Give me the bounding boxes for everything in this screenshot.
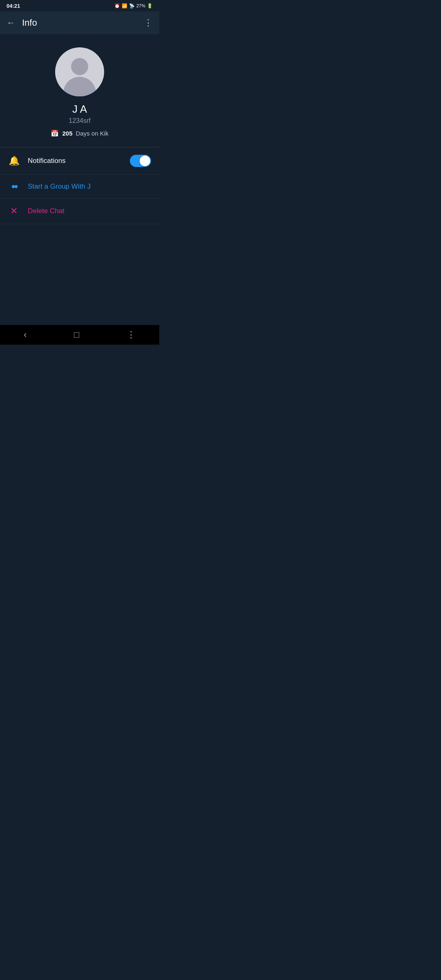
profile-section: J A 1234srf 📅 205 Days on Kik [0, 34, 159, 147]
app-bar-left: ← Info [7, 18, 37, 28]
avatar-person [55, 58, 104, 96]
bell-icon: 🔔 [8, 156, 20, 166]
profile-name: J A [72, 103, 87, 116]
group-icon: ●● [8, 182, 20, 191]
wifi-icon: 📶 [122, 3, 127, 9]
avatar-head [71, 58, 88, 75]
days-label: Days on Kik [76, 130, 108, 137]
avatar [55, 47, 104, 96]
notifications-item[interactable]: 🔔 Notifications [0, 147, 159, 175]
notifications-label: Notifications [28, 157, 122, 165]
status-icons: ⏰ 📶 📡 27% 🔋 [114, 3, 153, 9]
calendar-icon: 📅 [51, 129, 59, 137]
days-badge: 📅 205 Days on Kik [51, 129, 108, 137]
status-bar: 04:21 ⏰ 📶 📡 27% 🔋 [0, 0, 159, 11]
nav-bar: ‹ □ ⋮ [0, 325, 159, 345]
delete-chat-label: Delete Chat [28, 207, 151, 215]
nav-home-button[interactable]: □ [64, 326, 89, 343]
profile-username: 1234srf [69, 117, 90, 125]
toggle-knob [140, 156, 150, 166]
signal-icon: 📡 [129, 3, 135, 9]
alarm-icon: ⏰ [114, 3, 120, 9]
back-button[interactable]: ← [7, 18, 16, 28]
delete-chat-item[interactable]: ✕ Delete Chat [0, 198, 159, 224]
battery-text: 27% [136, 3, 145, 8]
nav-recents-button[interactable]: ⋮ [117, 326, 145, 343]
more-options-button[interactable]: ⋮ [144, 18, 153, 28]
page-title: Info [22, 18, 37, 28]
start-group-item[interactable]: ●● Start a Group With J [0, 175, 159, 198]
status-time: 04:21 [7, 3, 20, 9]
start-group-label: Start a Group With J [28, 183, 151, 191]
avatar-body [63, 77, 96, 96]
delete-icon: ✕ [8, 206, 20, 216]
app-bar: ← Info ⋮ [0, 11, 159, 34]
nav-back-button[interactable]: ‹ [14, 326, 36, 343]
days-count: 205 [62, 130, 72, 137]
menu-section: 🔔 Notifications ●● Start a Group With J … [0, 147, 159, 224]
battery-icon: 🔋 [147, 3, 153, 9]
notifications-toggle[interactable] [130, 155, 151, 167]
